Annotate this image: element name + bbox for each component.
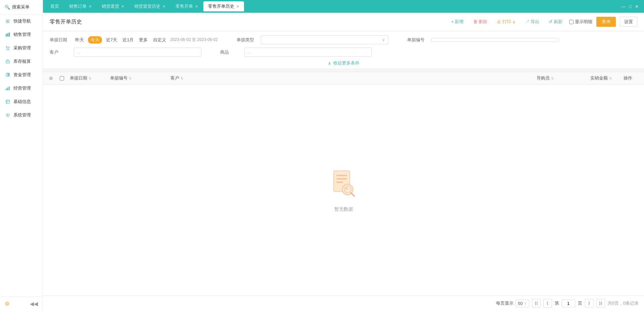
- last-page-btn[interactable]: ⟩⟩: [596, 299, 605, 308]
- number-filter-input[interactable]: [431, 38, 559, 42]
- tab-sales-order[interactable]: 销售订单 ✕: [64, 1, 96, 11]
- svg-point-3: [7, 49, 8, 50]
- th-amount-sort[interactable]: ⇅: [609, 76, 612, 80]
- date-opt-7days[interactable]: 近7天: [105, 36, 118, 44]
- date-options: 昨天 今天 近7天 近1月 更多 自定义 2023-06-02 至 2023-0…: [74, 36, 218, 44]
- tab-close-icon[interactable]: ✕: [121, 5, 124, 8]
- export-button[interactable]: ↗ 导出: [523, 17, 542, 26]
- page-number-input[interactable]: [562, 300, 575, 307]
- th-customer-sort[interactable]: ⇅: [181, 76, 183, 80]
- th-guide-sort[interactable]: ⇅: [551, 76, 554, 80]
- svg-rect-12: [6, 100, 9, 103]
- total-info: 共0页，0条记录: [608, 300, 639, 306]
- empty-icon: [327, 167, 360, 201]
- page-title: 零售开单历史: [50, 18, 82, 25]
- customer-filter-input[interactable]: ...: [74, 48, 201, 57]
- sidebar-item-quick-nav[interactable]: ⊞ 快捷导航: [0, 14, 43, 28]
- query-button[interactable]: 查询: [596, 17, 616, 27]
- tab-home[interactable]: 首页: [46, 1, 64, 11]
- collapse-label: 收起更多条件: [333, 60, 359, 66]
- print-button[interactable]: 🖨 打印 ∨: [494, 17, 518, 26]
- sidebar-item-inventory[interactable]: 库存核算: [0, 55, 43, 68]
- th-number-label: 单据编号: [110, 75, 128, 81]
- sidebar-item-finance[interactable]: ¥ 资金管理: [0, 68, 43, 82]
- date-filter-label: 单据日期: [50, 37, 68, 43]
- export-label: ↗ 导出: [525, 19, 540, 25]
- tab-bar: 首页 销售订单 ✕ 销货退货 ✕ 销货退货历史 ✕ 零售开单 ✕ 零售开单历史 …: [43, 0, 644, 13]
- collapse-filter-btn[interactable]: ∧ 收起更多条件: [50, 60, 637, 66]
- pagination: 每页显示 50 ∨ ⟨⟨ ⟨ 第 页 ⟩ ⟩⟩ 共0页，0条记录: [43, 295, 644, 311]
- settings-icon[interactable]: ⚙: [5, 301, 9, 307]
- per-page-selector: 每页显示 50 ∨: [496, 300, 529, 307]
- prev-page-btn[interactable]: ⟨: [543, 299, 552, 308]
- display-detail-input[interactable]: [569, 20, 574, 24]
- per-page-arrow: ∨: [524, 301, 527, 306]
- th-customer-label: 客户: [170, 75, 179, 81]
- tab-close-icon[interactable]: ✕: [162, 5, 165, 8]
- empty-state: 暂无数据: [43, 85, 644, 295]
- tab-close-icon[interactable]: ✕: [89, 5, 92, 8]
- th-date-sort[interactable]: ⇅: [89, 76, 91, 80]
- sidebar-search-label: 搜索采单: [12, 4, 30, 10]
- tab-retail-history-label: 零售开单历史: [208, 3, 234, 9]
- date-opt-today[interactable]: 今天: [88, 36, 102, 44]
- tab-close-icon[interactable]: ✕: [195, 5, 198, 8]
- date-opt-yesterday[interactable]: 昨天: [74, 36, 85, 44]
- page-label-pre: 第: [555, 300, 559, 306]
- sidebar-item-sales-mgmt[interactable]: 销售管理: [0, 28, 43, 41]
- purchase-mgmt-icon: [5, 45, 11, 51]
- next-page-btn[interactable]: ⟩: [585, 299, 594, 308]
- th-customer: 客户 ⇅: [168, 75, 534, 81]
- date-opt-more[interactable]: 更多: [138, 36, 149, 44]
- first-page-btn[interactable]: ⟨⟨: [532, 299, 541, 308]
- close-btn[interactable]: ✕: [635, 4, 639, 9]
- per-page-label: 每页显示: [496, 300, 513, 306]
- svg-point-15: [7, 114, 8, 116]
- tab-retail-open[interactable]: 零售开单 ✕: [171, 1, 203, 11]
- sidebar-item-system[interactable]: 系统管理: [0, 108, 43, 122]
- collapse-sidebar-icon[interactable]: ◀◀: [30, 301, 38, 307]
- table-settings-icon[interactable]: ⚙: [46, 76, 56, 81]
- svg-point-4: [8, 49, 9, 50]
- sidebar-item-basics[interactable]: 基础信息: [0, 95, 43, 108]
- delete-label: 🗑 删除: [473, 19, 488, 25]
- table-select-all[interactable]: [56, 76, 67, 81]
- page-header: 零售开单历史 + 新增 🗑 删除 🖨 打印 ∨ ↗ 导出 ↺ 刷新: [43, 13, 644, 31]
- select-all-input[interactable]: [60, 76, 64, 81]
- search-icon: 🔍: [5, 5, 10, 10]
- tab-home-label: 首页: [50, 3, 59, 9]
- tab-close-icon[interactable]: ✕: [236, 5, 239, 8]
- sidebar-item-purchase-mgmt[interactable]: 采购管理: [0, 41, 43, 55]
- th-number-sort[interactable]: ⇅: [129, 76, 132, 80]
- date-opt-custom[interactable]: 自定义: [152, 36, 167, 44]
- refresh-button[interactable]: ↺ 刷新: [546, 17, 565, 26]
- maximize-btn[interactable]: □: [629, 4, 632, 9]
- minimize-btn[interactable]: —: [621, 4, 626, 9]
- delete-button[interactable]: 🗑 删除: [470, 17, 490, 26]
- settings-button[interactable]: 设置: [620, 17, 637, 27]
- sidebar-item-label: 基础信息: [13, 99, 31, 105]
- customer-filter-label: 客户: [50, 49, 68, 55]
- display-detail-checkbox[interactable]: 显示明细: [569, 19, 592, 25]
- tab-sales-return[interactable]: 销货退货 ✕: [97, 1, 129, 11]
- toolbar: + 新增 🗑 删除 🖨 打印 ∨ ↗ 导出 ↺ 刷新 显示明细: [448, 17, 637, 27]
- goods-filter-input[interactable]: ...: [244, 48, 372, 57]
- add-button[interactable]: + 新增: [448, 17, 466, 26]
- display-detail-label: 显示明细: [575, 19, 592, 25]
- tab-retail-history[interactable]: 零售开单历史 ✕: [203, 1, 244, 11]
- type-filter-arrow: ∨: [382, 37, 385, 42]
- per-page-select[interactable]: 50 ∨: [515, 300, 529, 307]
- sidebar-footer: ⚙ ◀◀: [0, 296, 43, 311]
- system-icon: [5, 112, 11, 118]
- table-header: ⚙ 单据日期 ⇅ 单据编号 ⇅ 客户 ⇅ 导购员 ⇅: [43, 72, 644, 85]
- type-filter-select[interactable]: ∨: [261, 35, 388, 44]
- tab-sales-return-history[interactable]: 销货退货历史 ✕: [130, 1, 170, 11]
- tab-sales-return-history-label: 销货退货历史: [134, 3, 160, 9]
- sidebar-item-operations[interactable]: 经营管理: [0, 82, 43, 95]
- add-label: + 新增: [451, 19, 463, 25]
- svg-rect-0: [6, 34, 7, 37]
- date-opt-1month[interactable]: 近1月: [121, 36, 135, 44]
- sidebar-search[interactable]: 🔍 搜索采单: [0, 0, 43, 14]
- tab-retail-open-label: 零售开单: [176, 3, 193, 9]
- basics-icon: [5, 99, 11, 105]
